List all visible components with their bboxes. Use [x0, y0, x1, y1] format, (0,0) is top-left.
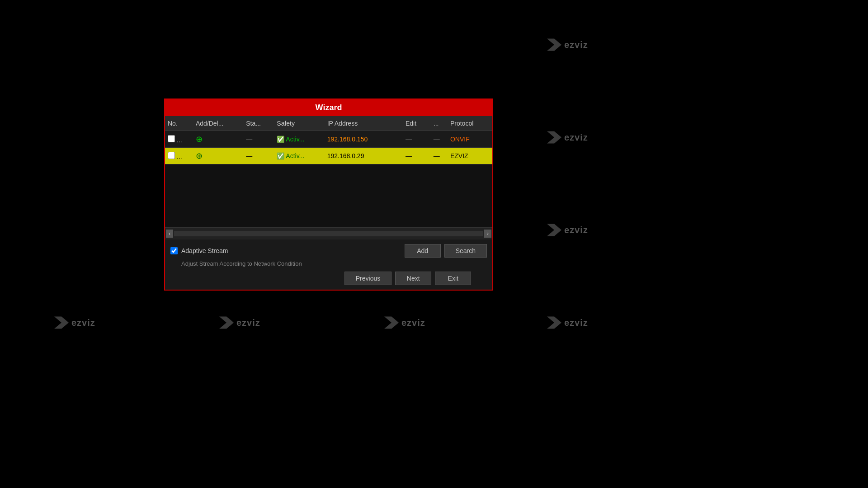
logo-mid-right: ezviz — [547, 131, 588, 144]
ezviz-icon — [547, 131, 561, 144]
ezviz-text: ezviz — [71, 318, 95, 328]
row2-checkbox-cell[interactable]: ... — [165, 148, 193, 164]
col-header-edit: Edit — [403, 116, 431, 131]
row2-safety-text: Activ... — [286, 152, 304, 160]
row2-protocol: EZVIZ — [448, 148, 492, 164]
ezviz-text: ezviz — [564, 318, 588, 328]
row2-checkbox[interactable] — [168, 152, 175, 159]
ezviz-icon — [547, 38, 561, 51]
adaptive-stream-checkbox[interactable] — [170, 247, 178, 254]
ezviz-icon — [219, 316, 234, 329]
row2-no: ... — [177, 153, 182, 160]
footer-buttons: Previous Next Exit — [170, 272, 487, 285]
ezviz-icon — [547, 224, 561, 236]
row1-edit: — — [403, 131, 431, 148]
col-header-no: No. — [165, 116, 193, 131]
ezviz-icon — [384, 316, 399, 329]
scroll-track[interactable] — [174, 231, 483, 236]
svg-marker-4 — [219, 316, 234, 328]
nav-buttons: Previous Next Exit — [329, 272, 487, 285]
logo-bottom-right: ezviz — [547, 316, 588, 329]
row1-dots: — — [431, 131, 448, 148]
row1-no: ... — [177, 136, 182, 144]
row1-add-icon[interactable]: ⊕ — [196, 135, 203, 144]
ezviz-text: ezviz — [564, 225, 588, 235]
table-row[interactable]: ... ⊕ — ✅ Activ... — [165, 148, 492, 164]
row2-status: — — [243, 148, 274, 164]
row1-safety: ✅ Activ... — [274, 131, 324, 148]
adaptive-stream-description: Adjust Stream According to Network Condi… — [181, 260, 487, 267]
svg-marker-6 — [547, 316, 561, 328]
svg-marker-2 — [547, 224, 561, 236]
row2-add-icon[interactable]: ⊕ — [196, 151, 203, 160]
logo-bottom-mid2: ezviz — [384, 316, 425, 329]
ezviz-icon — [54, 316, 69, 329]
add-button[interactable]: Add — [405, 244, 441, 258]
scroll-left-button[interactable]: ‹ — [166, 230, 173, 238]
col-header-protocol: Protocol — [448, 116, 492, 131]
row2-ip: 192.168.0.29 — [325, 148, 403, 164]
next-button[interactable]: Next — [395, 272, 431, 285]
row2-edit: — — [403, 148, 431, 164]
svg-marker-0 — [547, 38, 561, 51]
row1-safety-icon: ✅ — [277, 136, 284, 143]
col-header-status: Sta... — [243, 116, 274, 131]
adaptive-stream-row: Adaptive Stream Add Search — [170, 244, 487, 258]
col-header-safety: Safety — [274, 116, 324, 131]
logo-bottom-mid1: ezviz — [219, 316, 260, 329]
col-header-add-del: Add/Del... — [193, 116, 243, 131]
col-header-dots: ... — [431, 116, 448, 131]
dialog-footer: Adaptive Stream Add Search Adjust Stream… — [165, 239, 492, 290]
ezviz-text: ezviz — [564, 132, 588, 143]
logo-mid2-right: ezviz — [547, 224, 588, 236]
dialog-body: No. Add/Del... Sta... Safety IP Address — [165, 116, 492, 290]
table-header-row: No. Add/Del... Sta... Safety IP Address — [165, 116, 492, 131]
row1-status: — — [243, 131, 274, 148]
row2-dots: — — [431, 148, 448, 164]
svg-marker-3 — [54, 316, 69, 328]
ezviz-text: ezviz — [236, 318, 260, 328]
row2-add-del[interactable]: ⊕ — [193, 148, 243, 164]
row1-add-del[interactable]: ⊕ — [193, 131, 243, 148]
adaptive-stream-label: Adaptive Stream — [181, 247, 228, 254]
device-table: No. Add/Del... Sta... Safety IP Address — [165, 116, 492, 228]
dialog-title: Wizard — [165, 99, 492, 116]
row1-checkbox[interactable] — [168, 135, 175, 142]
row1-protocol: ONVIF — [448, 131, 492, 148]
previous-button[interactable]: Previous — [344, 272, 392, 285]
logo-bottom-left: ezviz — [54, 316, 95, 329]
table-row[interactable]: ... ⊕ — ✅ Activ... — [165, 131, 492, 148]
col-header-ip: IP Address — [325, 116, 403, 131]
row2-safety: ✅ Activ... — [274, 148, 324, 164]
row1-checkbox-cell[interactable]: ... — [165, 131, 193, 148]
search-button[interactable]: Search — [444, 244, 487, 258]
device-table-wrapper: No. Add/Del... Sta... Safety IP Address — [165, 116, 492, 228]
svg-marker-5 — [384, 316, 399, 328]
scrollbar-area: ‹ › — [165, 228, 492, 239]
empty-rows — [165, 164, 492, 228]
wizard-dialog: Wizard No. Add/Del... Sta... — [164, 99, 493, 291]
exit-button[interactable]: Exit — [435, 272, 471, 285]
row2-safety-icon: ✅ — [277, 152, 284, 160]
row2-protocol-text: EZVIZ — [450, 152, 468, 160]
ezviz-text: ezviz — [564, 40, 588, 50]
logo-top-right: ezviz — [547, 38, 588, 51]
ezviz-icon — [547, 316, 561, 329]
ezviz-text: ezviz — [401, 318, 425, 328]
row1-safety-text: Activ... — [286, 136, 304, 143]
row1-ip: 192.168.0.150 — [325, 131, 403, 148]
svg-marker-1 — [547, 131, 561, 143]
scroll-right-button[interactable]: › — [484, 230, 491, 238]
